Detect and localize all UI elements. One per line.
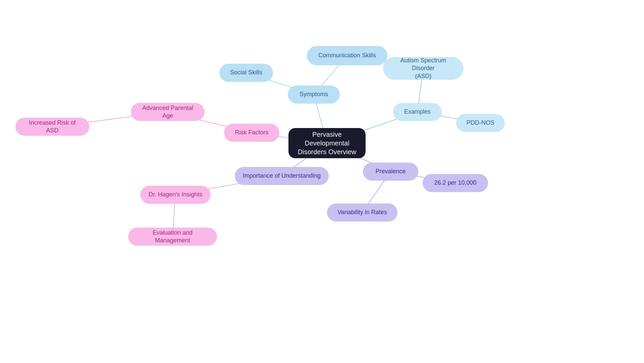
asd-node[interactable]: Autism Spectrum Disorder (ASD): [383, 57, 464, 80]
variability-rates-node[interactable]: Variability in Rates: [327, 203, 397, 222]
prevalence-node[interactable]: Prevalence: [363, 163, 418, 181]
evaluation-management-node[interactable]: Evaluation and Management: [128, 228, 217, 246]
importance-understanding-node[interactable]: Importance of Understanding: [235, 167, 329, 185]
rate-number-node[interactable]: 26.2 per 10,000: [423, 174, 488, 192]
pdd-nos-node[interactable]: PDD-NOS: [456, 114, 505, 132]
communication-skills-node[interactable]: Communication Skills: [307, 46, 387, 65]
social-skills-node[interactable]: Social Skills: [219, 64, 273, 82]
advanced-parental-age-node[interactable]: Advanced Parental Age: [131, 103, 205, 121]
examples-node[interactable]: Examples: [393, 103, 442, 121]
risk-factors-node[interactable]: Risk Factors: [224, 124, 279, 142]
center-node[interactable]: Pervasive Developmental Disorders Overvi…: [288, 128, 366, 158]
symptoms-node[interactable]: Symptoms: [288, 85, 340, 104]
increased-risk-node[interactable]: Increased Risk of ASD: [15, 118, 89, 136]
dr-hagens-insights-node[interactable]: Dr. Hagen's Insights: [140, 186, 211, 204]
center-label: Pervasive Developmental Disorders Overvi…: [296, 130, 358, 156]
